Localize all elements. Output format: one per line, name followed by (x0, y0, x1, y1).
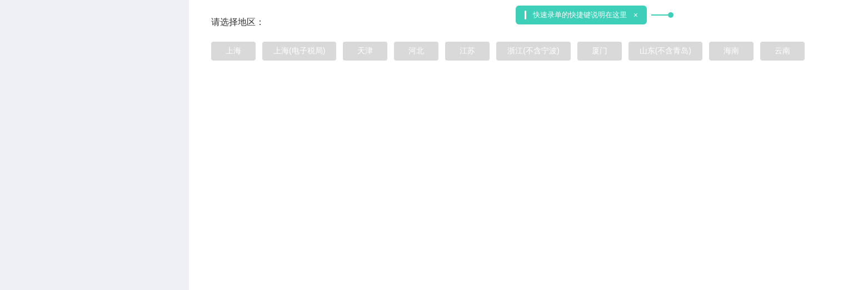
region-button-yunnan[interactable]: 云南 (760, 42, 805, 61)
tooltip-container: 快速录单的快捷键说明在这里 × (516, 6, 674, 24)
region-button-xiamen[interactable]: 厦门 (577, 42, 622, 61)
region-buttons-container: 上海上海(电子税局)天津河北江苏浙江(不含宁波)厦门山东(不含青岛)海南云南 (211, 42, 846, 61)
tooltip-bubble: 快速录单的快捷键说明在这里 × (516, 6, 647, 24)
region-button-hebei[interactable]: 河北 (394, 42, 438, 61)
tooltip-dot (668, 12, 674, 18)
region-button-hainan[interactable]: 海南 (709, 42, 754, 61)
tooltip-close-button[interactable]: × (633, 11, 638, 19)
region-button-shanghai-etax[interactable]: 上海(电子税局) (262, 42, 336, 61)
region-button-shanghai[interactable]: 上海 (211, 42, 256, 61)
tooltip-line (651, 14, 668, 16)
tooltip-text: 快速录单的快捷键说明在这里 (533, 10, 627, 20)
left-sidebar (0, 0, 189, 290)
region-button-zhejiang[interactable]: 浙江(不含宁波) (496, 42, 570, 61)
main-content: 请选择地区： 上海上海(电子税局)天津河北江苏浙江(不含宁波)厦门山东(不含青岛… (189, 0, 868, 290)
region-button-jiangsu[interactable]: 江苏 (445, 42, 490, 61)
region-button-tianjin[interactable]: 天津 (343, 42, 387, 61)
region-button-shandong[interactable]: 山东(不含青岛) (628, 42, 702, 61)
tooltip-indicator (651, 12, 674, 18)
